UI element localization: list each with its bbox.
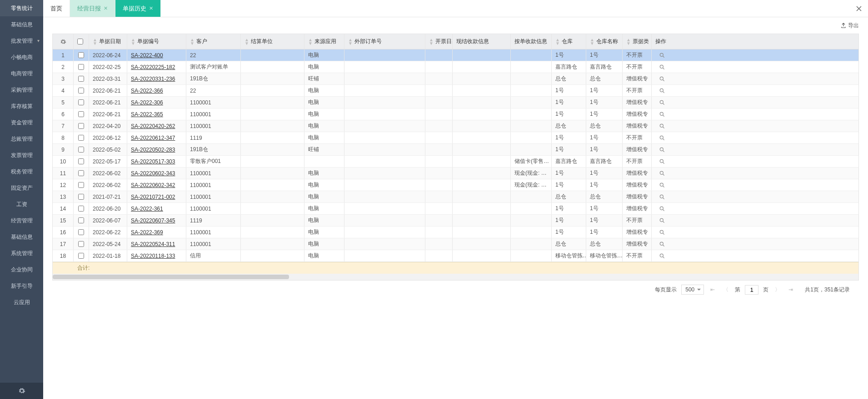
search-icon[interactable] (659, 147, 665, 153)
column-header-tax[interactable]: ▲▼票据类 (623, 34, 652, 49)
sidebar-item-12[interactable]: 工资 (0, 196, 43, 212)
row-checkbox[interactable] (78, 111, 84, 117)
sidebar-item-13[interactable]: 经营管理 (0, 212, 43, 229)
export-button[interactable]: 导出 (841, 22, 859, 30)
search-icon[interactable] (659, 206, 665, 212)
row-checkbox[interactable] (78, 135, 84, 141)
doc-link[interactable]: SA-20220502-283 (131, 147, 175, 153)
close-all-tabs-button[interactable] (850, 0, 868, 17)
sidebar-item-10[interactable]: 税务管理 (0, 163, 43, 180)
doc-link[interactable]: SA-2022-306 (131, 99, 163, 106)
settings-button[interactable] (0, 383, 43, 399)
search-icon[interactable] (659, 182, 665, 188)
sidebar-item-17[interactable]: 新手引导 (0, 278, 43, 294)
table-row[interactable]: 112022-06-02SA-20220602-3431100001电脑现金(现… (53, 167, 858, 179)
row-checkbox[interactable] (78, 158, 84, 164)
doc-link[interactable]: SA-20220118-133 (131, 253, 175, 259)
sidebar-item-7[interactable]: 资金管理 (0, 114, 43, 131)
table-row[interactable]: 32022-03-31SA-20220331-236191B仓旺铺总仓总仓增值税… (53, 73, 858, 85)
select-all-checkbox[interactable] (77, 39, 83, 44)
doc-link[interactable]: SA-2022-369 (131, 229, 163, 236)
row-checkbox[interactable] (78, 253, 84, 259)
per-page-select[interactable]: 500 (681, 285, 704, 295)
sidebar-item-16[interactable]: 企业协同 (0, 261, 43, 278)
column-header-whn[interactable]: ▲▼仓库名称 (586, 34, 623, 49)
table-row[interactable]: 42022-06-21SA-2022-36622电脑1号1号不开票 (53, 85, 858, 97)
prev-page-button[interactable]: 〈 (721, 286, 730, 294)
row-checkbox[interactable] (78, 52, 84, 58)
column-header-wh[interactable]: ▲▼仓库 (552, 34, 586, 49)
table-row[interactable]: 22022-02-25SA-20220225-182测试客户对账单电脑嘉言路仓嘉… (53, 61, 858, 73)
doc-link[interactable]: SA-20220607-345 (131, 217, 175, 224)
doc-link[interactable]: SA-20220517-303 (131, 158, 175, 165)
search-icon[interactable] (659, 64, 665, 70)
table-row[interactable]: 62022-06-21SA-2022-3651100001电脑1号1号增值税专 (53, 108, 858, 120)
table-row[interactable]: 162022-06-22SA-2022-3691100001电脑1号1号增值税专 (53, 227, 858, 238)
first-page-button[interactable]: ⇤ (708, 286, 717, 293)
search-icon[interactable] (659, 170, 665, 177)
row-checkbox[interactable] (78, 206, 84, 212)
doc-link[interactable]: SA-2022-365 (131, 111, 163, 118)
table-row[interactable]: 52022-06-21SA-2022-3061100001电脑1号1号增值税专 (53, 97, 858, 108)
sidebar-item-14[interactable]: 基础信息 (0, 229, 43, 245)
table-row[interactable]: 152022-06-07SA-20220607-3451119电脑1号1号不开票 (53, 215, 858, 227)
row-checkbox[interactable] (78, 217, 84, 223)
column-header-src[interactable]: ▲▼来源应用 (304, 34, 344, 49)
column-header-cust[interactable]: ▲▼客户 (186, 34, 241, 49)
sidebar-item-5[interactable]: 采购管理 (0, 82, 43, 98)
search-icon[interactable] (659, 253, 665, 259)
horizontal-scrollbar[interactable] (53, 274, 858, 280)
sidebar-item-9[interactable]: 发票管理 (0, 147, 43, 163)
search-icon[interactable] (659, 76, 665, 82)
sidebar-item-18[interactable]: 云应用 (0, 294, 43, 310)
search-icon[interactable] (659, 111, 665, 118)
table-row[interactable]: 92022-05-02SA-20220502-283191B仓旺铺1号1号增值税… (53, 144, 858, 156)
last-page-button[interactable]: ⇥ (787, 286, 795, 293)
row-checkbox[interactable] (78, 76, 84, 82)
row-checkbox[interactable] (78, 88, 84, 94)
sidebar-item-6[interactable]: 库存核算 (0, 98, 43, 114)
table-row[interactable]: 72022-04-20SA-20220420-2621100001电脑总仓总仓增… (53, 120, 858, 132)
row-checkbox[interactable] (78, 194, 84, 200)
column-header-inv[interactable]: ▲▼开票日期 (425, 34, 453, 49)
table-row[interactable]: 182022-01-18SA-20220118-133信用电脑移动仓管拣…移动仓… (53, 250, 858, 262)
row-checkbox[interactable] (78, 182, 84, 188)
search-icon[interactable] (659, 88, 665, 94)
doc-link[interactable]: SA-20220602-343 (131, 170, 175, 177)
page-input[interactable] (745, 285, 758, 295)
table-row[interactable]: 102022-05-17SA-20220517-303零散客户001储值卡(零售… (53, 156, 858, 167)
gear-icon[interactable] (60, 39, 66, 45)
sidebar-item-4[interactable]: 电商管理 (0, 65, 43, 82)
column-header-ext[interactable]: ▲▼外部订单号 (344, 34, 425, 49)
search-icon[interactable] (659, 158, 665, 165)
tab-1[interactable]: 经营日报✕ (70, 0, 115, 17)
doc-link[interactable]: SA-2022-366 (131, 88, 163, 94)
row-checkbox[interactable] (78, 170, 84, 176)
search-icon[interactable] (659, 194, 665, 200)
tab-2[interactable]: 单据历史✕ (115, 0, 161, 17)
column-header-doc[interactable]: ▲▼单据编号 (127, 34, 186, 49)
doc-link[interactable]: SA-20220225-182 (131, 64, 175, 70)
column-header-date[interactable]: ▲▼单据日期 (89, 34, 127, 49)
table-row[interactable]: 82022-06-12SA-20220612-3471119电脑1号1号不开票 (53, 132, 858, 144)
search-icon[interactable] (659, 241, 665, 247)
doc-link[interactable]: SA-2022-400 (131, 52, 163, 59)
scrollbar-thumb[interactable] (53, 275, 289, 279)
tab-0[interactable]: 首页 (43, 0, 70, 17)
search-icon[interactable] (659, 123, 665, 129)
close-icon[interactable]: ✕ (149, 5, 153, 11)
search-icon[interactable] (659, 52, 665, 59)
doc-link[interactable]: SA-2022-361 (131, 206, 163, 212)
doc-link[interactable]: SA-20220612-347 (131, 135, 175, 141)
table-row[interactable]: 142022-06-20SA-2022-3611100001电脑1号1号增值税专 (53, 203, 858, 215)
search-icon[interactable] (659, 99, 665, 106)
doc-link[interactable]: SA-20220524-311 (131, 241, 175, 247)
sidebar-item-15[interactable]: 系统管理 (0, 245, 43, 261)
sidebar-item-0[interactable]: 零售统计 (0, 0, 43, 16)
table-row[interactable]: 12022-06-24SA-2022-40022电脑1号1号不开票 (53, 49, 858, 61)
table-row[interactable]: 122022-06-02SA-20220602-3421100001电脑现金(现… (53, 179, 858, 191)
column-header-settle[interactable]: ▲▼结算单位 (241, 34, 304, 49)
row-checkbox[interactable] (78, 99, 84, 105)
row-checkbox[interactable] (78, 229, 84, 235)
table-body[interactable]: 12022-06-24SA-2022-40022电脑1号1号不开票22022-0… (53, 49, 858, 262)
